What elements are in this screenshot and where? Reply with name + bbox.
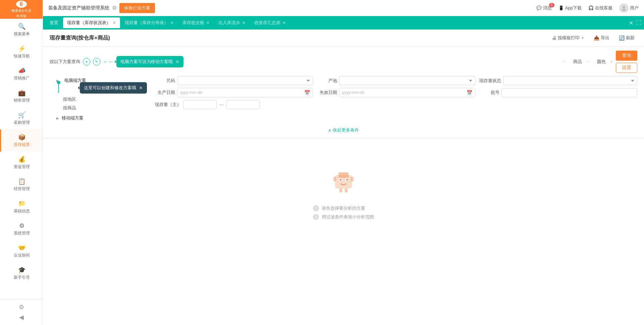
settings-icon[interactable]: ⚙ (19, 304, 24, 311)
operations-icon: 📋 (18, 178, 25, 185)
tab-collection-summary[interactable]: 收发存汇总表 ✕ (250, 17, 290, 28)
scheme-region-label: 按地区 (63, 96, 76, 102)
tab-home-label: 首页 (50, 20, 58, 26)
tab-close-inventory-dist[interactable]: ✕ (170, 20, 174, 25)
marketing-icon: 📣 (18, 67, 25, 74)
filter-fields-area: 尺码 产地 (155, 76, 637, 112)
origin-select[interactable] (339, 76, 475, 85)
more-dots-warehouse[interactable]: ··· (560, 59, 568, 65)
tooltip2-wrapper: 这里可以创建和修改方案哦 ✕ (76, 82, 147, 94)
sidebar-item-label: 系统管理 (14, 230, 30, 236)
calendar-icon-prod-start[interactable]: 📅 (304, 90, 310, 95)
tab-close-collection-summary[interactable]: ✕ (282, 20, 286, 25)
sidebar-item-basic[interactable]: 📁 基础信息 (0, 196, 43, 218)
tab-in-out-flow[interactable]: 出入库流水 ✕ (214, 17, 250, 28)
tooltip-text-1: 电脑方案可设为移动方案哦 (120, 59, 173, 65)
tab-inventory-batch-label: 库存批次账 (182, 20, 204, 26)
edit-scheme-btn[interactable]: ✎ (93, 58, 100, 65)
scheme-tree: ▶ 电脑端方案 这里可以创建和修改方案哦 ✕ 按地区 (56, 76, 147, 122)
stock-qty-label: 现存量（主） (155, 102, 181, 108)
empty-step-2: 2 用过滤条件来缩小分析范围 (313, 214, 374, 220)
stock-qty-max-input[interactable] (226, 100, 260, 109)
sidebar-item-finance[interactable]: 💰 资金管理 (0, 152, 43, 174)
sidebar-item-operations[interactable]: 📋 经营管理 (0, 174, 43, 196)
tab-bar: 首页 现存量（库存状况表） ✕ 现存量（库存分布表） ✕ 库存批次账 ✕ 出入库… (43, 16, 644, 30)
tab-inventory-batch[interactable]: 库存批次账 ✕ (178, 17, 214, 28)
user-btn[interactable]: 用户 (619, 3, 639, 13)
step-2-text: 用过滤条件来缩小分析范围 (322, 214, 374, 220)
reset-btn[interactable]: 设置 (616, 63, 637, 73)
sidebar-item-label: 搜索菜单 (14, 31, 30, 37)
step-2-num: 2 (313, 214, 319, 220)
stock-status-select[interactable] (503, 76, 637, 85)
sidebar-item-marketing[interactable]: 📣 营销推广 (0, 63, 43, 85)
export-label: 导出 (601, 35, 609, 41)
tab-close-all-icon[interactable]: ✕ (629, 20, 633, 26)
query-btn[interactable]: 查询 (616, 51, 637, 61)
tab-close-inventory-status[interactable]: ✕ (113, 20, 116, 25)
tab-expand-icon[interactable]: ⛶ (636, 20, 641, 26)
sidebar-item-quicknav[interactable]: ⚡ 快速导航 (0, 41, 43, 63)
svg-rect-11 (345, 188, 347, 193)
sidebar-item-label: 企业协同 (14, 253, 30, 258)
scheme-item-region[interactable]: 按地区 (63, 95, 147, 104)
trial-button[interactable]: 体验行业方案 (119, 3, 155, 13)
empty-illustration (327, 165, 360, 199)
svg-point-0 (623, 6, 625, 9)
sidebar-item-inventory[interactable]: 📦 库存核算 (0, 129, 43, 152)
scheme-item-goods[interactable]: 按商品 (63, 104, 147, 112)
scheme-mobile[interactable]: ▶ 移动端方案 (56, 114, 147, 122)
tooltip2-close-btn[interactable]: ✕ (139, 85, 143, 91)
tab-close-inventory-batch[interactable]: ✕ (206, 20, 210, 25)
brand-version: 标准版 (16, 14, 26, 18)
tab-close-in-out-flow[interactable]: ✕ (242, 20, 246, 25)
exp-date-start-input[interactable]: yyyy-mm-dd 📅 (339, 88, 475, 97)
sidebar-item-label: 基础信息 (14, 208, 30, 214)
support-btn[interactable]: 🎧 在线客服 (588, 5, 612, 11)
svg-point-6 (340, 179, 341, 181)
app-download-btn[interactable]: 📱 App下载 (558, 5, 582, 11)
prod-date-start-input[interactable]: yyyy-mm-dd 📅 (177, 88, 313, 97)
batch-input[interactable] (501, 88, 637, 97)
sidebar-item-enterprise[interactable]: 🤝 企业协同 (0, 240, 43, 262)
size-label: 尺码 (155, 78, 175, 84)
tab-inventory-dist[interactable]: 现存量（库存分布表） ✕ (121, 17, 178, 28)
tab-home[interactable]: 首页 (46, 17, 62, 28)
tab-in-out-flow-label: 出入库流水 (218, 20, 240, 26)
filter-row-3: 现存量（主） — (155, 100, 637, 109)
calendar-icon-exp-start[interactable]: 📅 (467, 90, 472, 95)
sidebar: 6 畅通道好生意 标准版 🔍 搜索菜单 ⚡ 快速导航 📣 营销推广 💼 销售管理… (0, 0, 43, 325)
add-scheme-btn[interactable]: + (83, 58, 90, 65)
collapse-label: 收起更多条件 (333, 127, 359, 133)
collapse-icon[interactable]: ◀ (19, 314, 24, 321)
sidebar-item-sales[interactable]: 💼 销售管理 (0, 85, 43, 107)
page-actions: 🖨 按模板打印 ▼ 📤 导出 🔄 刷新 (549, 34, 637, 42)
tooltip1-close-btn[interactable]: ✕ (175, 59, 179, 64)
app-label: App下载 (565, 5, 582, 11)
tab-inventory-status-label: 现存量（库存状况表） (67, 20, 111, 26)
print-dropdown-icon[interactable]: ▼ (581, 36, 584, 40)
filter-row-1: 尺码 产地 (155, 76, 637, 85)
sidebar-item-system[interactable]: ⚙ 系统管理 (0, 218, 43, 240)
size-select[interactable] (177, 76, 313, 85)
export-icon: 📤 (594, 35, 599, 41)
scheme-goods-label: 按商品 (63, 105, 76, 111)
purchase-icon: 🛒 (18, 111, 25, 119)
back-arrow-icon[interactable]: ←← (103, 59, 114, 65)
sidebar-item-guide[interactable]: 🎓 新手引导 (0, 262, 43, 284)
messages-btn[interactable]: 💬 消息 6 (536, 5, 552, 11)
page-header: 现存量查询(按仓库+商品) 🖨 按模板打印 ▼ 📤 导出 🔄 刷新 (43, 30, 644, 47)
sidebar-item-search[interactable]: 🔍 搜索菜单 (0, 19, 43, 41)
stock-qty-min-input[interactable] (183, 100, 217, 109)
messages-icon: 💬 (536, 5, 542, 10)
collapse-btn[interactable]: ∧ 收起更多条件 (328, 127, 359, 133)
refresh-btn[interactable]: 🔄 刷新 (616, 34, 637, 42)
template-print-btn[interactable]: 🖨 按模板打印 ▼ (549, 34, 587, 42)
header-gear-icon[interactable]: ⚙ (112, 5, 117, 11)
export-btn[interactable]: 📤 导出 (591, 34, 612, 42)
more-dots-goods[interactable]: ··· (585, 59, 592, 65)
sidebar-item-purchase[interactable]: 🛒 采购管理 (0, 107, 43, 129)
tab-inventory-status[interactable]: 现存量（库存状况表） ✕ (63, 17, 120, 28)
page-title: 现存量查询(按仓库+商品) (50, 35, 110, 42)
goods-label-header: 商品 (573, 59, 582, 65)
